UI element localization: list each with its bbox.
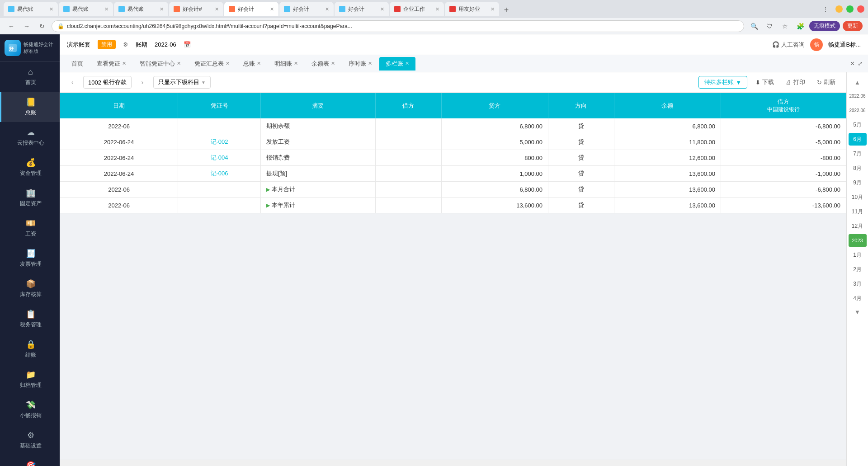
sidebar-item-invoice[interactable]: 🧾 发票管理 [0,243,60,273]
special-multi-button[interactable]: 特殊多栏账 ▼ [698,76,747,89]
browser-tab-8[interactable]: 企业工作 ✕ [390,2,444,16]
date-month-2023-3[interactable]: 3月 [849,278,867,290]
browser-tab-1[interactable]: 易代账 ✕ [4,2,58,16]
date-month-2023-1[interactable]: 1月 [849,249,867,261]
sidebar-item-close[interactable]: 🔒 结账 [0,334,60,364]
sidebar-item-expense[interactable]: 💸 小畅报销 [0,395,60,425]
table-scrollbar[interactable] [60,460,846,466]
expand-panel-icon[interactable]: ⤢ [858,60,863,67]
tab-voucher-close[interactable]: ✕ [122,61,126,66]
date-year-2023[interactable]: 2023 [849,234,867,247]
sidebar-item-home[interactable]: ⌂ 首页 [0,62,60,92]
tab-detail-ledger[interactable]: 明细账 ✕ [268,57,304,71]
date-month-2023-4[interactable]: 4月 [849,292,867,305]
prev-subject-button[interactable]: ‹ [67,77,78,88]
collapse-panel-icon[interactable]: ✕ [850,60,855,67]
date-nav-up[interactable]: ▲ [851,76,864,89]
tab-close-3[interactable]: ✕ [160,6,164,12]
tab-general-ledger-close[interactable]: ✕ [257,61,261,66]
sidebar-item-fund[interactable]: 💰 资金管理 [0,152,60,183]
tab-voucher-summary-close[interactable]: ✕ [226,61,230,66]
account-badge[interactable]: 禁用 [98,40,116,49]
browser-tab-6[interactable]: 好会计 ✕ [279,2,334,16]
back-button[interactable]: ← [5,20,17,32]
date-month-2023-2[interactable]: 2月 [849,263,867,276]
date-month-11[interactable]: 11月 [849,205,867,218]
refresh-button[interactable]: ↻ 刷新 [813,76,839,88]
sidebar-item-inventory[interactable]: 📦 库存核算 [0,273,60,304]
tab-balance-close[interactable]: ✕ [331,61,335,66]
sidebar-item-salary[interactable]: 💴 工资 [0,213,60,243]
user-avatar[interactable]: 畅 [810,38,823,51]
update-button[interactable]: 更新 [843,21,863,31]
cell-voucher-2[interactable]: 记-004 [178,150,261,166]
tab-close-6[interactable]: ✕ [325,6,329,12]
extension-button[interactable]: 🧩 [794,20,807,33]
new-tab-button[interactable]: + [500,4,513,16]
tab-close-4[interactable]: ✕ [215,6,219,12]
print-button[interactable]: 🖨 打印 [782,76,809,88]
browser-tab-7[interactable]: 好会计 ✕ [335,2,389,16]
tab-close-5[interactable]: ✕ [270,6,274,12]
browser-tab-5[interactable]: 好会计 ✕ [224,2,278,16]
date-month-7[interactable]: 7月 [849,147,867,160]
forward-button[interactable]: → [21,20,33,32]
download-button[interactable]: ⬇ 下载 [752,76,778,88]
shield-button[interactable]: 🛡 [763,20,776,33]
tab-expand-button[interactable]: ✕ ⤢ [850,60,863,67]
tab-close-2[interactable]: ✕ [104,6,108,12]
calendar-icon[interactable]: 📅 [184,41,191,48]
cell-voucher-3[interactable]: 记-006 [178,166,261,182]
tab-multi-col[interactable]: 多栏账 ✕ [379,57,415,71]
tab-close-8[interactable]: ✕ [435,6,439,12]
browser-tab-9[interactable]: 用友好业 ✕ [445,2,499,16]
tab-sequence[interactable]: 序时账 ✕ [342,57,378,71]
tab-smart-voucher-close[interactable]: ✕ [177,61,181,66]
browser-tab-3[interactable]: 易代账 ✕ [114,2,168,16]
tab-voucher[interactable]: 查看凭证 ✕ [90,57,132,71]
tab-detail-ledger-close[interactable]: ✕ [294,61,298,66]
cell-voucher-1[interactable]: 记-002 [178,134,261,150]
tab-sequence-close[interactable]: ✕ [368,61,372,66]
tab-close-1[interactable]: ✕ [49,6,53,12]
date-month-12[interactable]: 12月 [849,220,867,232]
subject-selector[interactable]: 1002 银行存款 [83,76,132,89]
sidebar-item-assets[interactable]: 🏢 固定资产 [0,183,60,213]
date-month-8[interactable]: 8月 [849,162,867,174]
tab-balance[interactable]: 余额表 ✕ [305,57,341,71]
tab-list-button[interactable]: ⋮ [819,3,832,15]
date-month-9[interactable]: 9月 [849,176,867,189]
refresh-browser-button[interactable]: ↻ [36,20,48,32]
support-button[interactable]: 🎧 人工咨询 [772,41,805,49]
close-button[interactable] [857,5,864,13]
browser-tab-4[interactable]: 好会计# ✕ [169,2,223,16]
settings-gear-icon[interactable]: ⚙ [123,41,128,48]
sidebar-item-ledger[interactable]: 📒 总账 [0,92,60,122]
sidebar-item-report[interactable]: ☁ 云报表中心 [0,122,60,152]
next-subject-button[interactable]: › [137,77,148,88]
sidebar-item-archive[interactable]: 📁 归档管理 [0,364,60,395]
tab-close-9[interactable]: ✕ [491,6,495,12]
no-trace-button[interactable]: 无痕模式 [809,21,840,31]
date-month-5[interactable]: 5月 [849,118,867,131]
date-month-10[interactable]: 10月 [849,191,867,203]
tab-smart-voucher[interactable]: 智能凭证中心 ✕ [133,57,187,71]
sidebar-item-tax[interactable]: 📋 税务管理 [0,304,60,334]
date-month-6[interactable]: 6月 [849,133,867,146]
search-button[interactable]: 🔍 [748,20,760,33]
date-nav-down[interactable]: ▼ [851,306,864,318]
maximize-button[interactable] [846,5,854,13]
date-item-top-2[interactable]: 2022.06 [849,104,867,117]
date-item-top-1[interactable]: 2022.06 [849,89,867,102]
tab-general-ledger[interactable]: 总账 ✕ [237,57,267,71]
browser-tab-2[interactable]: 易代账 ✕ [59,2,113,16]
sidebar-item-guide[interactable]: 🎯 新手引导 [0,455,60,466]
minimize-button[interactable] [835,5,843,13]
bookmark-button[interactable]: ☆ [778,20,791,33]
sidebar-item-settings[interactable]: ⚙ 基础设置 [0,425,60,455]
tab-voucher-summary[interactable]: 凭证汇总表 ✕ [188,57,236,71]
url-input[interactable]: 🔒 cloud2.chanjet.com/accounting/uh26t264… [52,20,744,32]
subcategory-filter-button[interactable]: 只显示下级科目 ▼ [153,76,211,89]
tab-close-7[interactable]: ✕ [380,6,384,12]
tab-multi-col-close[interactable]: ✕ [405,61,409,66]
